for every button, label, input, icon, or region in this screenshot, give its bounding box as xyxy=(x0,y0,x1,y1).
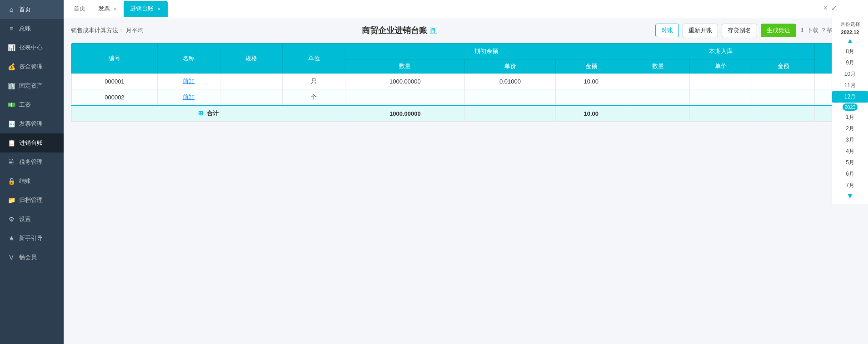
sidebar-item-member[interactable]: V 畅会员 xyxy=(0,248,64,267)
close-book-icon: 🔒 xyxy=(7,177,15,185)
month-5[interactable]: 5月 xyxy=(832,157,868,168)
content-area: 销售成本计算方法： 月平均 商贸企业进销台账 目 对账 重新开账 存货别名 生成… xyxy=(64,18,868,344)
row1-unit: 只 xyxy=(283,74,345,89)
total-opening-price xyxy=(465,105,555,122)
page-title: 商贸企业进销台账 xyxy=(362,25,427,36)
save-alias-button[interactable]: 存货别名 xyxy=(722,24,757,37)
row2-opening-qty xyxy=(345,89,465,106)
tab-invoice-close[interactable]: × xyxy=(113,6,117,11)
col-unit: 单位 xyxy=(283,44,345,74)
reconcile-button[interactable]: 对账 xyxy=(655,24,679,37)
settings-icon: ⚙ xyxy=(7,216,15,223)
sidebar-item-label: 设置 xyxy=(19,215,31,223)
total-in-amount xyxy=(752,105,815,122)
scroll-up-arrow[interactable]: ▲ xyxy=(846,36,855,46)
sidebar-item-assets[interactable]: 🏢 固定资产 xyxy=(0,76,64,95)
sidebar-item-label: 新手引导 xyxy=(19,234,43,242)
tab-purchase-sales-label: 进销台账 xyxy=(130,5,154,13)
col-current-in-group: 本期入库 xyxy=(627,44,814,59)
info-icon[interactable]: 目 xyxy=(430,27,437,34)
window-controls: × ⤢ xyxy=(820,0,841,16)
row2-in-amount xyxy=(752,89,815,106)
month-9[interactable]: 9月 xyxy=(832,57,868,69)
row1-opening-amount: 10.00 xyxy=(555,74,627,89)
month-panel: 月份选择 2022.12 ▲ 8月 9月 10月 11月 12月 2023 1月… xyxy=(832,18,868,204)
generate-voucher-button[interactable]: 生成凭证 xyxy=(761,24,796,37)
col-opening-price: 单价 xyxy=(465,59,555,74)
tab-bar: 首页 发票 × 进销台账 × xyxy=(64,0,868,18)
month-1[interactable]: 1月 xyxy=(832,112,868,123)
row1-in-qty xyxy=(627,74,689,89)
sidebar-item-label: 首页 xyxy=(19,5,31,14)
assets-icon: 🏢 xyxy=(7,82,15,89)
month-8[interactable]: 8月 xyxy=(832,46,868,57)
row2-opening-price xyxy=(465,89,555,106)
sidebar-item-reports[interactable]: 📊 报表中心 xyxy=(0,38,64,57)
month-4[interactable]: 4月 xyxy=(832,146,868,157)
cost-method: 销售成本计算方法： 月平均 xyxy=(71,26,144,34)
sidebar-item-guide[interactable]: ★ 新手引导 xyxy=(0,229,64,248)
sidebar-item-home[interactable]: ⌂ 首页 xyxy=(0,0,64,19)
row2-name[interactable]: 前缸 xyxy=(157,89,220,106)
total-in-price xyxy=(689,105,752,122)
reopen-button[interactable]: 重新开账 xyxy=(683,24,718,37)
invoice-mgmt-icon: 🧾 xyxy=(7,120,15,128)
col-opening-balance-group: 期初余额 xyxy=(345,44,627,59)
month-10[interactable]: 10月 xyxy=(832,69,868,80)
month-12[interactable]: 12月 xyxy=(832,91,868,103)
row2-in-qty xyxy=(627,89,689,106)
sidebar: ⌂ 首页 ≡ 总账 📊 报表中心 💰 资金管理 🏢 固定资产 💵 工资 🧾 发票… xyxy=(0,0,64,344)
row2-code: 000002 xyxy=(72,89,158,106)
salary-icon: 💵 xyxy=(7,101,15,108)
col-in-qty: 数量 xyxy=(627,59,689,74)
sidebar-item-archive[interactable]: 📁 归档管理 xyxy=(0,191,64,210)
tab-purchase-sales[interactable]: 进销台账 × xyxy=(124,1,167,17)
sidebar-item-salary[interactable]: 💵 工资 xyxy=(0,95,64,114)
tab-purchase-sales-close[interactable]: × xyxy=(156,6,161,11)
sidebar-item-close[interactable]: 🔒 结账 xyxy=(0,172,64,191)
scroll-down-arrow[interactable]: ▼ xyxy=(846,191,855,201)
sidebar-item-label: 固定资产 xyxy=(19,82,43,90)
sidebar-item-tax[interactable]: 🏛 税务管理 xyxy=(0,152,64,172)
month-panel-title: 月份选择 xyxy=(840,21,860,28)
total-in-qty xyxy=(627,105,689,122)
sidebar-item-funds[interactable]: 💰 资金管理 xyxy=(0,57,64,76)
tab-home[interactable]: 首页 xyxy=(67,1,92,17)
row1-opening-qty: 1000.00000 xyxy=(345,74,465,89)
sidebar-item-label: 资金管理 xyxy=(19,63,43,71)
month-7[interactable]: 7月 xyxy=(832,180,868,191)
main-table: 编号 名称 规格 单位 期初余额 本期入库 数 数量 单价 金额 数量 单价 xyxy=(71,43,861,122)
month-3[interactable]: 3月 xyxy=(832,134,868,146)
funds-icon: 💰 xyxy=(7,63,15,70)
row2-unit: 个 xyxy=(283,89,345,106)
row1-in-price xyxy=(689,74,752,89)
sidebar-item-label: 总账 xyxy=(19,25,31,33)
tab-invoice[interactable]: 发票 × xyxy=(92,1,124,17)
page-title-area: 商贸企业进销台账 目 xyxy=(362,25,437,36)
guide-icon: ★ xyxy=(7,235,15,242)
toolbar-row: 销售成本计算方法： 月平均 商贸企业进销台账 目 对账 重新开账 存货别名 生成… xyxy=(71,24,861,37)
tab-home-label: 首页 xyxy=(74,5,85,13)
download-icon[interactable]: ⬇ 下载 xyxy=(800,26,818,34)
month-11[interactable]: 11月 xyxy=(832,80,868,91)
sidebar-item-purchase-sales[interactable]: 📋 进销台账 xyxy=(0,133,64,152)
member-icon: V xyxy=(7,254,15,261)
sidebar-item-invoice-mgmt[interactable]: 🧾 发票管理 xyxy=(0,114,64,133)
month-6[interactable]: 6月 xyxy=(832,168,868,180)
row1-in-amount xyxy=(752,74,815,89)
total-opening-qty: 1000.00000 xyxy=(345,105,465,122)
col-spec: 规格 xyxy=(220,44,283,74)
window-close-button[interactable]: × xyxy=(823,4,828,12)
window-maximize-button[interactable]: ⤢ xyxy=(831,4,837,12)
sidebar-item-ledger[interactable]: ≡ 总账 xyxy=(0,19,64,38)
sidebar-item-label: 工资 xyxy=(19,101,31,109)
month-panel-year-2022: 2022.12 xyxy=(841,29,859,35)
sidebar-item-settings[interactable]: ⚙ 设置 xyxy=(0,210,64,229)
purchase-sales-icon: 📋 xyxy=(7,139,15,147)
month-2[interactable]: 2月 xyxy=(832,123,868,134)
row2-opening-amount xyxy=(555,89,627,106)
sidebar-item-label: 税务管理 xyxy=(19,158,43,166)
row1-name[interactable]: 前缸 xyxy=(157,74,220,89)
sidebar-item-label: 结账 xyxy=(19,177,31,185)
row1-spec xyxy=(220,74,283,89)
